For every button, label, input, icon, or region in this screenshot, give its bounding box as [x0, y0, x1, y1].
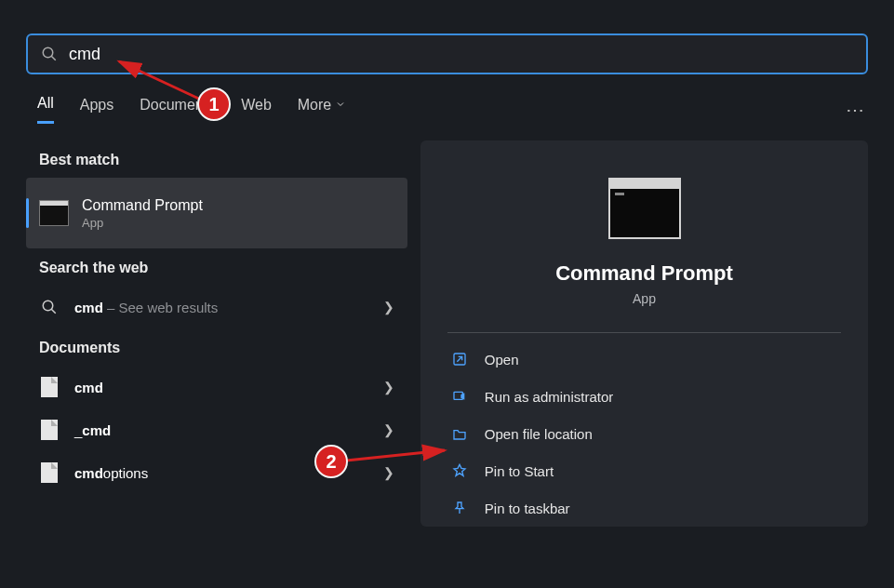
open-icon: [451, 351, 468, 368]
document-icon: [39, 377, 60, 397]
tab-apps[interactable]: Apps: [80, 97, 113, 123]
svg-line-5: [457, 356, 461, 361]
action-run-as-administrator[interactable]: Run as administrator: [447, 378, 841, 415]
results-panel: Best match Command Prompt App Search the…: [26, 140, 407, 527]
chevron-right-icon: ❯: [383, 300, 394, 314]
search-input[interactable]: [69, 45, 853, 64]
action-open[interactable]: Open: [447, 341, 841, 378]
pin-icon: [451, 462, 468, 479]
section-documents: Documents: [39, 340, 407, 356]
section-best-match: Best match: [39, 152, 407, 168]
svg-point-2: [43, 301, 53, 311]
tab-all[interactable]: All: [37, 95, 54, 124]
section-search-web: Search the web: [39, 260, 407, 276]
document-result[interactable]: cmd ❯: [26, 366, 407, 408]
shield-icon: [451, 388, 468, 405]
best-match-title: Command Prompt: [82, 197, 203, 214]
chevron-right-icon: ❯: [383, 422, 394, 437]
tab-web[interactable]: Web: [241, 97, 272, 123]
command-prompt-icon: [39, 200, 69, 226]
tab-more[interactable]: More: [298, 97, 346, 123]
document-result[interactable]: cmdoptions ❯: [26, 451, 407, 494]
chevron-right-icon: ❯: [383, 465, 394, 480]
chevron-down-icon: [335, 97, 346, 114]
web-search-result[interactable]: cmd – See web results ❯: [26, 286, 407, 328]
preview-title: Command Prompt: [555, 261, 733, 286]
action-pin-to-start[interactable]: Pin to Start: [447, 452, 841, 489]
preview-panel: Command Prompt App Open Run as administr…: [420, 140, 868, 527]
chevron-right-icon: ❯: [383, 380, 394, 394]
pin-icon: [451, 500, 468, 516]
document-result[interactable]: _cmd ❯: [26, 408, 407, 451]
folder-icon: [451, 425, 468, 442]
tab-documents[interactable]: Documents: [140, 97, 215, 123]
search-icon: [39, 297, 60, 317]
search-tabs: All Apps Documents Web More ⋯: [37, 95, 868, 124]
search-bar[interactable]: [26, 33, 868, 74]
overflow-menu-button[interactable]: ⋯: [842, 99, 868, 121]
command-prompt-icon: [608, 178, 681, 239]
document-icon: [39, 420, 60, 440]
action-open-file-location[interactable]: Open file location: [447, 415, 841, 452]
document-icon: [39, 462, 60, 483]
divider: [447, 332, 841, 333]
svg-line-1: [51, 56, 56, 60]
search-icon: [41, 46, 58, 62]
svg-line-3: [51, 309, 56, 314]
best-match-subtitle: App: [82, 216, 203, 230]
svg-point-0: [43, 47, 53, 58]
preview-type: App: [633, 291, 656, 306]
best-match-result[interactable]: Command Prompt App: [26, 178, 407, 248]
action-pin-to-taskbar[interactable]: Pin to taskbar: [447, 489, 841, 527]
